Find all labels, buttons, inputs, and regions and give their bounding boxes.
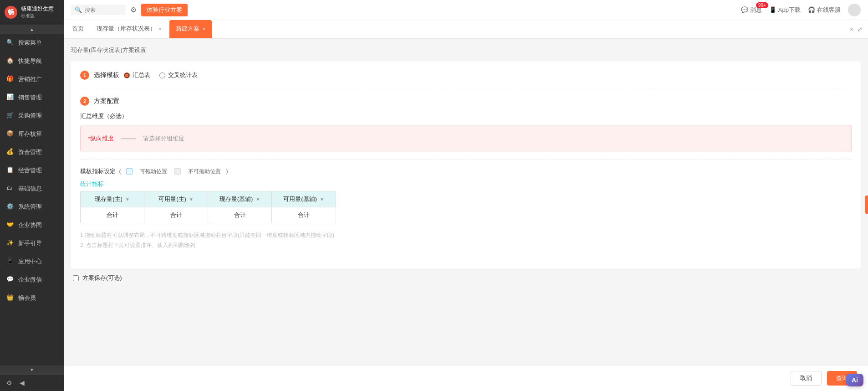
stats-col-header-available-main[interactable]: 可用量(主) ▼ (144, 191, 208, 207)
user-avatar[interactable] (848, 4, 861, 16)
footer-bar: 取消 查询 (64, 365, 868, 391)
step2-section: 2 方案配置 汇总维度（必选） *纵向维度 —— 请选择分组维度 (80, 97, 852, 250)
trial-industry-button[interactable]: 体验行业方案 (141, 4, 188, 16)
chat-icon: 💬 (6, 276, 15, 284)
sidebar-item-operations[interactable]: 📋 经营管理 (0, 161, 64, 180)
radio-summary-label: 汇总表 (133, 71, 150, 79)
handshake-icon: 🤝 (6, 221, 15, 229)
sidebar-item-search[interactable]: 🔍 搜索菜单 (0, 34, 64, 52)
sidebar-item-finance[interactable]: 💰 资金管理 (0, 143, 64, 161)
cancel-button[interactable]: 取消 (791, 371, 822, 386)
app-download-label: App下载 (778, 6, 801, 14)
sidebar-item-system[interactable]: ⚙️ 系统管理 (0, 198, 64, 216)
step2-badge: 2 (80, 97, 89, 106)
tab-home-label: 首页 (72, 25, 84, 33)
window-close-icon[interactable]: × (850, 26, 853, 33)
stats-cell-current-main: 合计 (81, 207, 144, 223)
sidebar-item-coop[interactable]: 🤝 企业协同 (0, 216, 64, 234)
radio-cross-input[interactable] (159, 72, 165, 78)
tab-new-scheme-close[interactable]: × (202, 26, 205, 31)
gear-icon: ⚙️ (6, 203, 15, 211)
sidebar-item-inventory[interactable]: 📦 库存核算 (0, 125, 64, 143)
sidebar-item-wechat[interactable]: 💬 企业微信 (0, 271, 64, 289)
indicator-label: 模板指标设定（ 可拖动位置 不可拖动位置 ） (80, 167, 852, 175)
sidebar-item-label: 企业微信 (18, 276, 42, 284)
tab-inventory-label: 现存量（库存状况表） (97, 25, 156, 33)
stats-col-current-main: 现存量(主) ▼ (81, 191, 144, 207)
online-service-button[interactable]: 🎧 在线客服 (808, 6, 841, 14)
sidebar-item-label: 销售管理 (18, 93, 42, 102)
sidebar-item-label: 基础信息 (18, 185, 42, 193)
stats-cell-current-aux: 合计 (208, 207, 272, 223)
app-logo-icon: 畅 (5, 6, 17, 19)
sidebar-item-guide[interactable]: ✨ 新手引导 (0, 234, 64, 252)
chevron-down-icon[interactable]: ▼ (125, 197, 130, 202)
chevron-down-icon[interactable]: ▼ (255, 197, 260, 202)
crown-icon: 👑 (6, 294, 15, 302)
download-icon: 📱 (769, 6, 776, 13)
stats-col-header-current-main[interactable]: 现存量(主) ▼ (81, 191, 144, 207)
step1-title: 选择模板 (94, 71, 119, 79)
radio-summary-input[interactable] (124, 72, 130, 78)
sidebar-item-basic[interactable]: 🗂 基础信息 (0, 180, 64, 198)
stats-cell-current-main-val: 合计 (81, 207, 144, 223)
sidebar-item-apps[interactable]: 📱 应用中心 (0, 252, 64, 271)
sidebar-item-vip[interactable]: 👑 畅会员 (0, 289, 64, 307)
dim-placeholder: 请选择分组维度 (143, 134, 184, 143)
online-service-label: 在线客服 (817, 6, 841, 14)
settings-icon[interactable]: ⚙ (6, 379, 12, 386)
gift-icon: 🎁 (6, 75, 15, 83)
section-divider-1 (80, 89, 852, 89)
sidebar-item-marketing[interactable]: 🎁 营销推广 (0, 70, 64, 88)
sidebar-item-shortcut[interactable]: 🏠 快捷导航 (0, 52, 64, 70)
step2-title: 方案配置 (94, 97, 119, 105)
save-checkbox-label[interactable]: 方案保存(可选) (73, 274, 859, 282)
message-badge: 99+ (756, 2, 768, 8)
topbar-search-box[interactable]: 🔍 (71, 5, 126, 15)
clipboard-icon: 📋 (6, 166, 15, 175)
stats-col-current-aux: 现存量(基辅) ▼ (208, 191, 272, 207)
tab-new-scheme[interactable]: 新建方案 × (169, 20, 211, 38)
dim-row-label: *纵向维度 (88, 134, 114, 143)
step1-badge: 1 (80, 71, 89, 80)
tab-new-scheme-label: 新建方案 (176, 25, 199, 33)
right-panel-indicator (865, 196, 868, 214)
tip-1: 1.拖动标题栏可以调整布局，不可跨维度或指标区域拖动栏目字段(只能在同一维度或指… (80, 231, 852, 241)
collapse-icon[interactable]: ◀ (20, 379, 25, 386)
search-icon: 🔍 (6, 39, 15, 47)
legend-fixed-label: 不可拖动位置 (188, 168, 221, 175)
tab-inventory-close[interactable]: × (158, 26, 161, 31)
stats-label: 统计指标 (80, 180, 852, 188)
app-download-button[interactable]: 📱 App下载 (769, 6, 801, 14)
sidebar-item-label: 应用中心 (18, 257, 42, 266)
sidebar-item-purchase[interactable]: 🛒 采购管理 (0, 107, 64, 125)
chevron-down-icon[interactable]: ▼ (320, 197, 324, 202)
maximize-icon[interactable]: ⤢ (857, 26, 863, 33)
stats-col-header-current-aux[interactable]: 现存量(基辅) ▼ (208, 191, 271, 207)
sidebar-item-label: 企业协同 (18, 221, 42, 229)
phone-icon: 📱 (6, 257, 15, 266)
radio-summary[interactable]: 汇总表 (124, 71, 150, 79)
chevron-down-icon[interactable]: ▼ (189, 197, 194, 202)
radio-cross[interactable]: 交叉统计表 (159, 71, 198, 79)
search-input[interactable] (85, 7, 112, 13)
section-divider-2 (80, 159, 852, 160)
stats-col-available-main: 可用量(主) ▼ (144, 191, 208, 207)
tab-home[interactable]: 首页 (66, 20, 90, 38)
dimension-area[interactable]: *纵向维度 —— 请选择分组维度 (80, 125, 852, 152)
sidebar-item-sales[interactable]: 📊 销售管理 (0, 88, 64, 107)
message-button[interactable]: 💬 消息 99+ (741, 6, 762, 14)
sidebar-scroll-down[interactable]: ▼ (0, 365, 64, 374)
tab-inventory-status[interactable]: 现存量（库存状况表） × (90, 20, 168, 38)
gear-icon[interactable]: ⚙ (130, 5, 137, 14)
save-checkbox-input[interactable] (73, 275, 79, 281)
stats-col-header-available-aux[interactable]: 可用量(基辅) ▼ (272, 191, 336, 207)
sidebar-scroll-up[interactable]: ▲ (0, 25, 64, 34)
ai-float-button[interactable]: Ai (846, 374, 863, 386)
legend-movable-box (126, 168, 133, 175)
dimension-label: 汇总维度（必选） (80, 112, 852, 120)
stats-cell-available-aux-val: 合计 (272, 207, 336, 223)
stats-cell-current-aux-val: 合计 (208, 207, 271, 223)
template-radio-group: 汇总表 交叉统计表 (124, 71, 198, 79)
page-title: 现存量(库存状况表)方案设置 (71, 46, 861, 54)
